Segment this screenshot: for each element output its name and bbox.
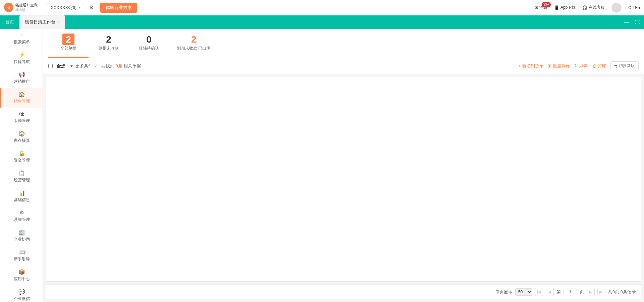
sidebar-item-label: 经营管理 bbox=[14, 177, 30, 183]
stat-all-number: 2 bbox=[56, 34, 80, 45]
sidebar-item-purchase[interactable]: 🛍 采购管理 bbox=[0, 108, 43, 127]
add-icon: + bbox=[518, 63, 521, 68]
online-service-action[interactable]: 🎧 在线客服 bbox=[582, 5, 605, 10]
sidebar-item-wechat[interactable]: 💬 企业微信 bbox=[0, 285, 43, 302]
logo-area: 6 畅捷通好生意 标准版 bbox=[4, 3, 47, 12]
stat-wangpu-label: 旺辅待确认 bbox=[137, 46, 161, 51]
toolbar-right: + 新增销货单 ⊞ 批量操作 ↻ 刷新 🖨 打印 ⇆ 切换新版 bbox=[518, 61, 639, 70]
sidebar-item-finance[interactable]: 🔒 资金管理 bbox=[0, 147, 43, 167]
app-download-label: App下载 bbox=[560, 5, 576, 10]
sidebar-item-label: 营销推广 bbox=[14, 79, 30, 84]
system-icon: ⚙ bbox=[19, 209, 24, 216]
purchase-icon: 🛍 bbox=[19, 111, 24, 117]
sidebar-item-label: 快捷导航 bbox=[14, 59, 30, 65]
found-prefix: 共找到 bbox=[101, 63, 114, 68]
logo-icon: 6 bbox=[4, 3, 13, 12]
print-button[interactable]: 🖨 打印 bbox=[592, 63, 606, 69]
prev-page-button[interactable]: ◀ bbox=[546, 288, 554, 296]
stat-card-overdue-out[interactable]: 2 到期未收款 已出库 bbox=[169, 29, 218, 58]
online-service-label: 在线客服 bbox=[589, 5, 605, 10]
stat-overdue-out-number: 2 bbox=[177, 34, 210, 45]
app-icon: 📱 bbox=[554, 5, 559, 10]
sidebar-item-inventory[interactable]: 🏠 库存核算 bbox=[0, 127, 43, 147]
stat-card-all[interactable]: 2 全部单据 bbox=[48, 29, 89, 58]
sidebar-item-search-menu[interactable]: ≡ 搜索菜单 bbox=[0, 29, 43, 48]
print-label: 打印 bbox=[598, 63, 606, 69]
toolbar-left: 全选 ▼ 更多条件 ∨ 共找到 0条 相关单据 bbox=[48, 63, 514, 69]
header-right: ✉ 消息 99+ 📱 App下载 🎧 在线客服 OfTEn bbox=[535, 3, 640, 13]
tab-close-icon[interactable]: × bbox=[57, 20, 60, 24]
stat-overdue-out-label: 到期未收款 已出库 bbox=[177, 46, 210, 51]
sidebar-item-operations[interactable]: 📋 经营管理 bbox=[0, 167, 43, 186]
add-label: 新增销货单 bbox=[522, 63, 544, 69]
filter-button[interactable]: ▼ 更多条件 ∨ bbox=[69, 63, 97, 69]
main-layout: ≡ 搜索菜单 ⚡ 快捷导航 📢 营销推广 🏠 销售管理 🛍 采购管理 🏠 库存核… bbox=[0, 29, 644, 302]
switch-icon: ⇆ bbox=[614, 64, 618, 68]
page-input[interactable] bbox=[564, 289, 577, 295]
user-name: OfTEn bbox=[628, 5, 640, 10]
pagination: 每页显示 50 10 20 100 |◀ ◀ 第 页 ▶ ▶| 共0页,0条记录 bbox=[46, 284, 641, 299]
marketing-icon: 📢 bbox=[18, 71, 25, 78]
sidebar: ≡ 搜索菜单 ⚡ 快捷导航 📢 营销推广 🏠 销售管理 🛍 采购管理 🏠 库存核… bbox=[0, 29, 43, 302]
stat-overdue-label: 到期未收款 bbox=[97, 46, 121, 51]
app-center-icon: 📦 bbox=[18, 269, 25, 275]
chevron-down-icon: ▾ bbox=[79, 6, 80, 9]
sidebar-item-label: 企业微信 bbox=[14, 296, 30, 302]
page-size-select[interactable]: 50 10 20 100 bbox=[515, 288, 532, 296]
sidebar-item-base-info[interactable]: 📊 基础信息 bbox=[0, 186, 43, 206]
last-page-button[interactable]: ▶| bbox=[597, 288, 605, 296]
add-sales-button[interactable]: + 新增销货单 bbox=[518, 63, 544, 69]
stat-card-overdue[interactable]: 2 到期未收款 bbox=[89, 29, 129, 58]
inventory-icon: 🏠 bbox=[18, 130, 25, 137]
sidebar-item-enterprise[interactable]: 🏢 企业协同 bbox=[0, 226, 43, 246]
found-count: 0条 bbox=[116, 63, 124, 68]
logo-text-block: 畅捷通好生意 标准版 bbox=[15, 3, 38, 12]
refresh-button[interactable]: ↻ 刷新 bbox=[574, 63, 588, 69]
tab-home[interactable]: 首页 bbox=[0, 15, 19, 29]
select-all-checkbox[interactable] bbox=[48, 64, 53, 68]
refresh-icon: ↻ bbox=[574, 63, 578, 68]
app-download-action[interactable]: 📱 App下载 bbox=[554, 5, 576, 10]
sidebar-item-quick-nav[interactable]: ⚡ 快捷导航 bbox=[0, 48, 43, 68]
tab-cash-daily[interactable]: 钱货日清工作台 × bbox=[19, 15, 65, 29]
company-name: XXXXXX公司 bbox=[51, 5, 77, 11]
sidebar-item-sales[interactable]: 🏠 销售管理 bbox=[0, 88, 43, 108]
sidebar-item-marketing[interactable]: 📢 营销推广 bbox=[0, 68, 43, 88]
trial-button[interactable]: 体验行业方案 bbox=[100, 3, 137, 13]
stats-row: 2 全部单据 2 到期未收款 0 旺辅待确认 2 到期未收款 已出库 bbox=[43, 29, 644, 58]
page-unit: 页 bbox=[580, 289, 584, 295]
sidebar-item-label: 企业协同 bbox=[14, 237, 30, 242]
first-page-button[interactable]: |◀ bbox=[535, 288, 543, 296]
guide-icon: 📖 bbox=[18, 249, 25, 255]
sales-icon: 🏠 bbox=[18, 91, 25, 98]
stat-card-wangpu[interactable]: 0 旺辅待确认 bbox=[129, 29, 169, 58]
filter-chevron-icon: ∨ bbox=[94, 63, 97, 68]
filter-label: 更多条件 bbox=[75, 63, 93, 69]
message-action[interactable]: ✉ 消息 99+ bbox=[535, 5, 547, 10]
switch-version-button[interactable]: ⇆ 切换新版 bbox=[610, 61, 639, 70]
logo-badge: 标准版 bbox=[15, 8, 38, 12]
tab-minimize-icon[interactable]: — bbox=[623, 18, 631, 26]
sidebar-item-label: 新手引导 bbox=[14, 256, 30, 262]
finance-icon: 🔒 bbox=[18, 150, 25, 157]
sidebar-item-app-center[interactable]: 📦 应用中心 bbox=[0, 265, 43, 285]
top-header: 6 畅捷通好生意 标准版 XXXXXX公司 ▾ ⚙ 体验行业方案 ✉ 消息 99… bbox=[0, 0, 644, 15]
refresh-label: 刷新 bbox=[579, 63, 588, 69]
sidebar-item-label: 资金管理 bbox=[14, 158, 30, 163]
base-info-icon: 📊 bbox=[18, 190, 25, 196]
filter-icon: ▼ bbox=[69, 63, 74, 68]
next-page-button[interactable]: ▶ bbox=[587, 288, 595, 296]
sidebar-item-guide[interactable]: 📖 新手引导 bbox=[0, 246, 43, 265]
tab-expand-icon[interactable]: ⛶ bbox=[633, 18, 641, 26]
stat-all-label: 全部单据 bbox=[56, 46, 80, 51]
sidebar-item-system[interactable]: ⚙ 系统管理 bbox=[0, 206, 43, 226]
wechat-icon: 💬 bbox=[18, 289, 25, 295]
settings-icon[interactable]: ⚙ bbox=[87, 3, 96, 12]
batch-operation-button[interactable]: ⊞ 批量操作 bbox=[548, 63, 570, 69]
enterprise-icon: 🏢 bbox=[18, 229, 25, 236]
switch-label: 切换新版 bbox=[619, 63, 635, 69]
avatar[interactable] bbox=[611, 3, 622, 13]
sidebar-item-label: 库存核算 bbox=[14, 138, 30, 143]
sidebar-item-label: 应用中心 bbox=[14, 276, 30, 282]
company-selector[interactable]: XXXXXX公司 ▾ bbox=[47, 3, 84, 12]
